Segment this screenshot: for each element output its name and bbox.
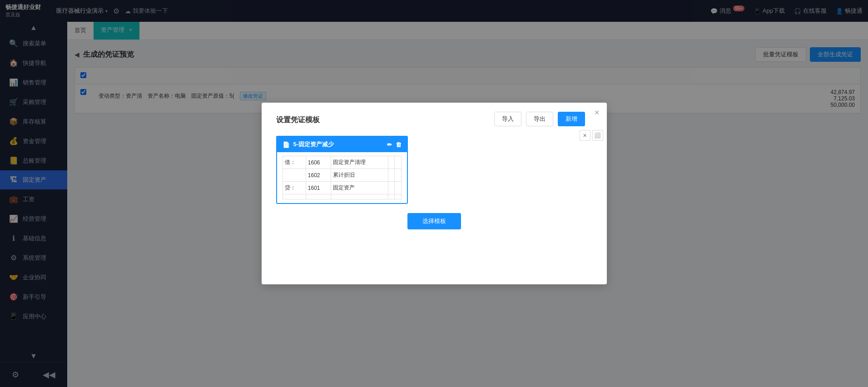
window-resize-button[interactable]: ⬜ bbox=[592, 130, 603, 141]
modal-toolbar: 导入 导出 新增 bbox=[494, 112, 585, 126]
window-close-button[interactable]: × bbox=[580, 130, 590, 141]
template-entry-row-empty bbox=[283, 194, 401, 199]
import-button[interactable]: 导入 bbox=[494, 112, 521, 126]
template-card: 📄 5-固定资产减少 ✏ 🗑 借： 1606 bbox=[276, 136, 408, 204]
template-doc-icon: 📄 bbox=[283, 141, 290, 148]
template-card-body: 借： 1606 固定资产清理 1602 累计折旧 bbox=[277, 152, 407, 203]
choose-template-wrapper: 选择模板 bbox=[276, 213, 592, 229]
template-card-header: 📄 5-固定资产减少 ✏ 🗑 bbox=[277, 137, 407, 152]
modal-body: 📄 5-固定资产减少 ✏ 🗑 借： 1606 bbox=[276, 136, 592, 270]
template-entry-row: 借： 1606 固定资产清理 bbox=[283, 156, 401, 169]
modal-close-button[interactable]: × bbox=[595, 108, 600, 118]
modal-dialog: × ⬜ 设置凭证模板 导入 导出 新增 × 📄 5-固定资产减少 ✏ bbox=[262, 103, 607, 284]
template-name: 5-固定资产减少 bbox=[293, 140, 334, 149]
choose-template-button[interactable]: 选择模板 bbox=[407, 213, 461, 229]
template-delete-icon[interactable]: 🗑 bbox=[396, 141, 402, 148]
window-controls: × ⬜ bbox=[580, 130, 603, 141]
modal-overlay[interactable]: × ⬜ 设置凭证模板 导入 导出 新增 × 📄 5-固定资产减少 ✏ bbox=[0, 0, 868, 387]
template-entry-row: 1602 累计折旧 bbox=[283, 169, 401, 182]
template-edit-icon[interactable]: ✏ bbox=[387, 141, 392, 148]
template-entry-row: 贷： 1601 固定资产 bbox=[283, 182, 401, 194]
new-button[interactable]: 新增 bbox=[558, 112, 585, 126]
export-button[interactable]: 导出 bbox=[526, 112, 553, 126]
